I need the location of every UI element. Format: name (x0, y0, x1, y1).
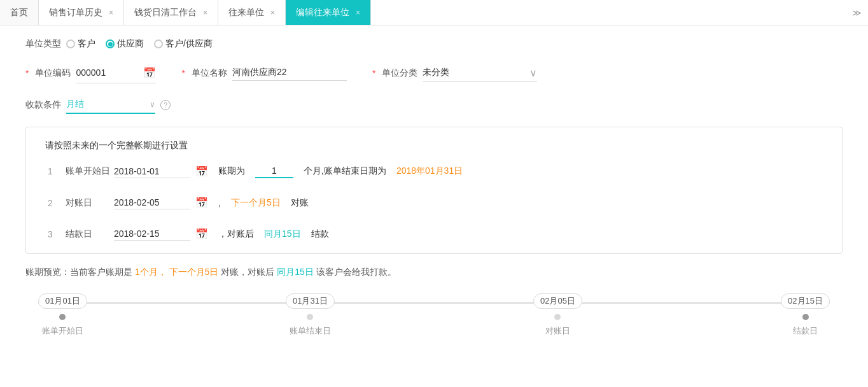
timeline-sublabel-0: 账单开始日 (42, 325, 83, 337)
timeline-sublabel-1: 账单结束日 (290, 325, 331, 337)
unit-code-label: 单位编码 (35, 67, 71, 79)
tab-home-label: 首页 (10, 7, 28, 18)
payment-group: 收款条件 月结 ∨ ? (25, 96, 171, 114)
preview-label: 账期预览：当前客户账期是 (25, 267, 132, 277)
preview-section: 账期预览：当前客户账期是 1个月， 下一个月5日 对账，对账后 同月15日 该客… (25, 267, 843, 278)
tab-expand-button[interactable]: ≫ (846, 0, 868, 25)
period-reconcile-calendar[interactable]: 📅 (195, 197, 208, 209)
timeline-node-2 (554, 314, 561, 320)
unit-code-icon[interactable]: 📅 (143, 67, 156, 79)
period-start-date-calendar[interactable]: 📅 (195, 165, 208, 178)
timeline-node-3 (802, 314, 809, 320)
period-payment-label: 结款日 (66, 229, 104, 240)
period-row-2-suffix-comma: , (218, 198, 221, 208)
radio-customer-supplier-circle (154, 39, 163, 48)
period-row-1: 1 账单开始日 📅 账期为 个月,账单结束日期为 2018年01月31日 (45, 164, 823, 178)
tab-cashflow[interactable]: 钱货日清工作台 × (124, 0, 218, 25)
period-end-date-highlight: 2018年01月31日 (396, 165, 463, 177)
timeline-badge-2: 02月05日 (533, 293, 582, 309)
timeline-sublabel-2: 对账日 (545, 325, 570, 337)
radio-supplier-circle (106, 39, 115, 48)
period-row-3-same-date: 同月15日 (264, 229, 301, 240)
unit-name-group: * 单位名称 (181, 65, 346, 81)
unit-category-group: * 单位分类 未分类 ∨ (372, 64, 537, 82)
period-row-3-prefix: ，对账后 (218, 229, 254, 240)
payment-label: 收款条件 (25, 99, 61, 111)
unit-info-row: * 单位编码 📅 * 单位名称 * 单位分类 未分类 ∨ (25, 62, 843, 83)
tab-partners-label: 往来单位 (228, 7, 264, 18)
period-row-1-label-before: 账期为 (218, 165, 245, 177)
period-row-2-next-date: 下一个月5日 (231, 197, 281, 209)
payment-dropdown[interactable]: 月结 ∨ (66, 96, 155, 114)
preview-middle: 对账，对账后 (221, 267, 274, 277)
timeline-badge-3: 02月15日 (781, 293, 830, 309)
tab-edit-partner[interactable]: 编辑往来单位 × (286, 0, 371, 25)
period-start-date-input[interactable] (114, 165, 190, 178)
unit-type-group: 单位类型 客户 供应商 客户/供应商 (25, 38, 213, 50)
unit-category-arrow: ∨ (529, 67, 537, 79)
period-box: 请按照未来的一个完整帐期进行设置 1 账单开始日 📅 账期为 个月,账单结束日期… (25, 127, 843, 254)
preview-next-date: 下一个月5日 (169, 267, 219, 277)
timeline-point-2: 02月05日 对账日 (533, 293, 582, 337)
payment-help-icon[interactable]: ? (160, 100, 171, 110)
payment-dropdown-arrow: ∨ (150, 100, 155, 109)
period-payment-date-group: 📅 (114, 227, 208, 241)
tab-sales-history[interactable]: 销售订单历史 × (39, 0, 124, 25)
unit-category-dropdown[interactable]: 未分类 ∨ (423, 64, 537, 82)
period-row-1-label-after: 个月,账单结束日期为 (304, 165, 386, 177)
unit-category-value: 未分类 (423, 67, 524, 78)
radio-customer-supplier[interactable]: 客户/供应商 (154, 38, 213, 50)
tab-partners-close[interactable]: × (270, 8, 275, 17)
period-row-2-suffix: 对账 (291, 197, 309, 209)
expand-icon: ≫ (852, 8, 862, 18)
tab-cashflow-close[interactable]: × (203, 8, 207, 17)
tab-edit-partner-close[interactable]: × (356, 8, 360, 17)
radio-supplier[interactable]: 供应商 (106, 38, 144, 50)
period-reconcile-date-input[interactable] (114, 196, 190, 209)
unit-category-label: 单位分类 (382, 67, 417, 79)
tab-sales-history-label: 销售订单历史 (49, 7, 102, 18)
period-reconcile-label: 对账日 (66, 197, 104, 209)
timeline-node-1 (307, 314, 313, 320)
unit-code-star: * (25, 68, 29, 78)
period-payment-date-input[interactable] (114, 227, 190, 241)
unit-name-label: 单位名称 (192, 67, 227, 79)
period-reconcile-date-group: 📅 (114, 196, 208, 209)
unit-name-input[interactable] (232, 65, 347, 81)
main-content: 单位类型 客户 供应商 客户/供应商 * 单位编码 (0, 25, 868, 387)
period-box-title: 请按照未来的一个完整帐期进行设置 (45, 140, 823, 151)
timeline-node-0 (59, 314, 66, 320)
unit-code-group: * 单位编码 📅 (25, 62, 156, 83)
period-start-date-label: 账单开始日 (66, 165, 104, 177)
timeline-sublabel-3: 结款日 (793, 325, 818, 337)
timeline-badge-1: 01月31日 (286, 293, 335, 309)
timeline-badge-0: 01月01日 (38, 293, 87, 309)
radio-customer[interactable]: 客户 (66, 38, 95, 50)
payment-row: 收款条件 月结 ∨ ? (25, 96, 843, 114)
period-payment-calendar[interactable]: 📅 (195, 228, 208, 240)
unit-code-input-wrapper: 📅 (76, 62, 156, 83)
unit-code-input[interactable] (76, 65, 139, 80)
period-row-2-num: 2 (45, 198, 55, 208)
period-month-input[interactable] (255, 164, 293, 178)
radio-customer-supplier-label: 客户/供应商 (165, 38, 213, 50)
tab-home[interactable]: 首页 (0, 0, 39, 25)
period-row-3-suffix: 结款 (311, 229, 329, 240)
payment-value: 月结 (66, 99, 146, 110)
radio-supplier-label: 供应商 (117, 38, 144, 50)
timeline-items: 01月01日 账单开始日 01月31日 账单结束日 02月05日 对账日 02月… (38, 293, 830, 337)
unit-name-star: * (181, 68, 185, 78)
tab-sales-history-close[interactable]: × (109, 8, 113, 17)
radio-customer-circle (66, 39, 75, 48)
unit-type-label: 单位类型 (25, 38, 61, 50)
preview-same-date: 同月15日 (277, 267, 314, 277)
timeline-point-1: 01月31日 账单结束日 (286, 293, 335, 337)
period-row-1-num: 1 (45, 166, 55, 176)
radio-customer-label: 客户 (78, 38, 95, 50)
tab-edit-partner-label: 编辑往来单位 (296, 7, 349, 18)
tab-bar: 首页 销售订单历史 × 钱货日清工作台 × 往来单位 × 编辑往来单位 × ≫ (0, 0, 868, 25)
timeline-point-0: 01月01日 账单开始日 (38, 293, 87, 337)
radio-group: 客户 供应商 客户/供应商 (66, 38, 213, 50)
tab-partners[interactable]: 往来单位 × (218, 0, 286, 25)
preview-end: 该客户会给我打款。 (316, 267, 396, 277)
